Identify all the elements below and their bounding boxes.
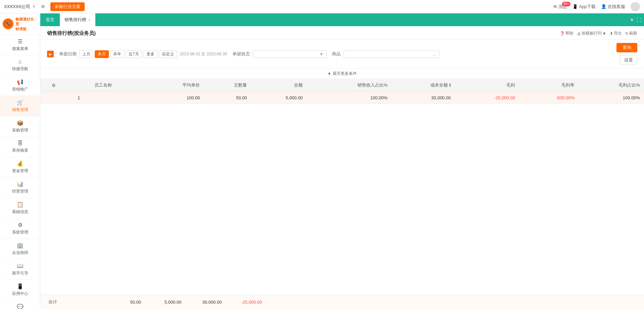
col-employee: 员工名称 (90, 79, 147, 92)
date-btn-this-month[interactable]: 本月 (95, 50, 109, 58)
date-filter-label: 单据日期 (59, 51, 77, 57)
cell-rank: 1 (67, 92, 90, 104)
col-cost: 成本全额 ℹ (392, 79, 455, 92)
help-link[interactable]: ❓ 帮助 (560, 31, 573, 36)
sidebar-item-system[interactable]: ⚙ 系统管理 (0, 218, 40, 239)
sidebar-item-enterprise[interactable]: 🏢 企业协同 (0, 239, 40, 259)
date-btn-7days[interactable]: 近7天 (126, 50, 142, 58)
table-footer: 合计 50.00 5,000.00 30,000.00 -25,000.00 (40, 295, 644, 309)
tab-sales-ranking-label: 销售排行榜 (65, 17, 86, 23)
sidebar-item-finance[interactable]: 💰 资金管理 (0, 157, 40, 177)
goods-input[interactable] (346, 52, 433, 57)
message-badge: 99+ (562, 2, 570, 6)
page-content: 销售排行榜(按业务员) ❓ 帮助 🖨 按模板打印 ▼ ⬆ 导出 (40, 26, 644, 309)
cell-sales-ratio: 100.00% (307, 92, 391, 104)
sidebar: 🐾 畅康通好生意 标准版 ☰ 搜索菜单 ⌂ 快捷导航 📢 营销推广 🛒 销售管理… (0, 13, 40, 309)
settings-icon[interactable]: ⚙ (38, 2, 48, 11)
marketing-icon: 📢 (17, 79, 24, 85)
cell-avg-price: 100.00 (147, 92, 204, 104)
content-area: 首页 销售排行榜 × ✕ ⛶ 销售排行榜(按业务员) ❓ 帮助 (40, 13, 644, 309)
help-icon: ❓ (560, 31, 565, 36)
table-row: 1 100.00 50.00 (40, 92, 644, 104)
logo-icon: 🐾 (3, 18, 13, 29)
expand-conditions-btn[interactable]: ▼ 展开更多条件 (328, 71, 357, 76)
refresh-link[interactable]: ↻ 刷新 (625, 31, 637, 36)
goods-more-icon[interactable]: ... (433, 52, 436, 57)
sidebar-item-sales[interactable]: 🛒 销售管理 (0, 96, 40, 116)
message-btn[interactable]: ✉ 消息 99+ (553, 4, 567, 10)
app-download-btn[interactable]: 📱 App下载 (572, 4, 596, 10)
basic-info-icon: 📋 (17, 201, 24, 208)
purchase-icon: 📦 (17, 120, 24, 126)
col-main-qty: 主数量 (204, 79, 251, 92)
app-center-icon: 📱 (17, 283, 24, 290)
date-btn-prev-month[interactable]: 上月 (79, 50, 93, 58)
tab-sales-ranking[interactable]: 销售排行榜 × (60, 13, 95, 26)
print-chevron-icon: ▼ (602, 31, 606, 36)
refresh-icon: ↻ (625, 31, 629, 36)
filter-collapse-btn[interactable]: ▶ (47, 51, 54, 57)
service-icon: 👤 (601, 4, 606, 9)
page-header: 销售排行榜(按业务员) ❓ 帮助 🖨 按模板打印 ▼ ⬆ 导出 (40, 26, 644, 40)
sidebar-item-guide[interactable]: 📖 新手引导 (0, 259, 40, 280)
col-sales-ratio: 销售收入占比% (307, 79, 391, 92)
cell-gross: -25,000.00 (455, 92, 519, 104)
query-button[interactable]: 查询 (616, 43, 637, 52)
cell-employee (90, 92, 147, 104)
query-area: 查询 设置 (611, 43, 637, 65)
expand-label: 展开更多条件 (333, 71, 357, 76)
avatar[interactable] (631, 2, 640, 11)
sidebar-item-quick-nav[interactable]: ⌂ 快捷导航 (0, 55, 40, 75)
tab-home[interactable]: 首页 (40, 13, 60, 26)
sidebar-item-basic-info[interactable]: 📋 基础信息 (0, 198, 40, 218)
goods-input-wrap[interactable]: ... (343, 50, 439, 58)
sidebar-item-purchase[interactable]: 📦 采购管理 (0, 116, 40, 137)
logo-text: 畅康通好生意 标准版 (15, 17, 37, 31)
company-name: XXXXXX公司 (4, 4, 30, 10)
footer-gross: -25,000.00 (226, 298, 266, 306)
tab-fullscreen-icon[interactable]: ⛶ (637, 17, 641, 22)
operations-icon: 📊 (17, 181, 24, 187)
col-rank (67, 79, 90, 92)
finance-icon: 💰 (17, 160, 24, 167)
weixin-icon: 💬 (17, 304, 24, 309)
col-gross-ratio: 毛利占比% (578, 79, 644, 92)
tab-close-all-icon[interactable]: ✕ (630, 17, 634, 22)
table-container: ⚙ 员工名称 平均单价 主数量 (40, 79, 644, 295)
app-icon: 📱 (572, 4, 578, 9)
tab-bar: 首页 销售排行榜 × ✕ ⛶ (40, 13, 644, 26)
company-selector[interactable]: XXXXXX公司 ▼ (4, 4, 36, 10)
date-buttons: 上月 本月 本年 近7天 更多 自定义 (79, 50, 177, 58)
print-link[interactable]: 🖨 按模板打印 ▼ (577, 31, 606, 36)
sidebar-item-search-order[interactable]: ☰ 搜索菜单 (0, 35, 40, 55)
system-icon: ⚙ (18, 222, 23, 228)
print-icon: 🖨 (577, 31, 581, 36)
trial-button[interactable]: 体验行业方案 (50, 2, 85, 11)
cell-gross-rate: -500.00% (519, 92, 578, 104)
date-btn-custom[interactable]: 自定义 (159, 50, 177, 58)
goods-filter-group: 商品 ... (332, 50, 439, 58)
main-layout: 🐾 畅康通好生意 标准版 ☰ 搜索菜单 ⌂ 快捷导航 📢 营销推广 🛒 销售管理… (0, 13, 644, 309)
message-icon: ✉ (553, 4, 557, 9)
online-service-btn[interactable]: 👤 在线客服 (601, 4, 625, 10)
date-btn-more[interactable]: 更多 (143, 50, 158, 58)
top-bar-right: ✉ 消息 99+ 📱 App下载 👤 在线客服 (553, 2, 640, 11)
sidebar-item-operations[interactable]: 📊 经营管理 (0, 177, 40, 198)
tab-bar-right: ✕ ⛶ (630, 17, 644, 22)
sidebar-item-inventory[interactable]: 🗄 库存核算 (0, 137, 40, 157)
settings-button[interactable]: 设置 (620, 55, 637, 65)
guide-icon: 📖 (17, 263, 24, 269)
export-link[interactable]: ⬆ 导出 (610, 31, 622, 36)
sidebar-item-weixin[interactable]: 💬 企业微信 (0, 300, 40, 309)
col-settings[interactable]: ⚙ (40, 79, 67, 92)
service-label: 在线客服 (608, 4, 625, 10)
sidebar-item-marketing[interactable]: 📢 营销推广 (0, 75, 40, 96)
col-avg-price: 平均单价 (147, 79, 204, 92)
inventory-icon: 🗄 (17, 140, 23, 146)
expand-icon: ▼ (328, 71, 332, 76)
col-gross: 毛利 (455, 79, 519, 92)
status-select[interactable]: ▼ (253, 50, 327, 58)
date-btn-this-year[interactable]: 本年 (110, 50, 124, 58)
sidebar-item-app-center[interactable]: 📱 应用中心 (0, 280, 40, 300)
tab-close-icon[interactable]: × (88, 18, 90, 22)
